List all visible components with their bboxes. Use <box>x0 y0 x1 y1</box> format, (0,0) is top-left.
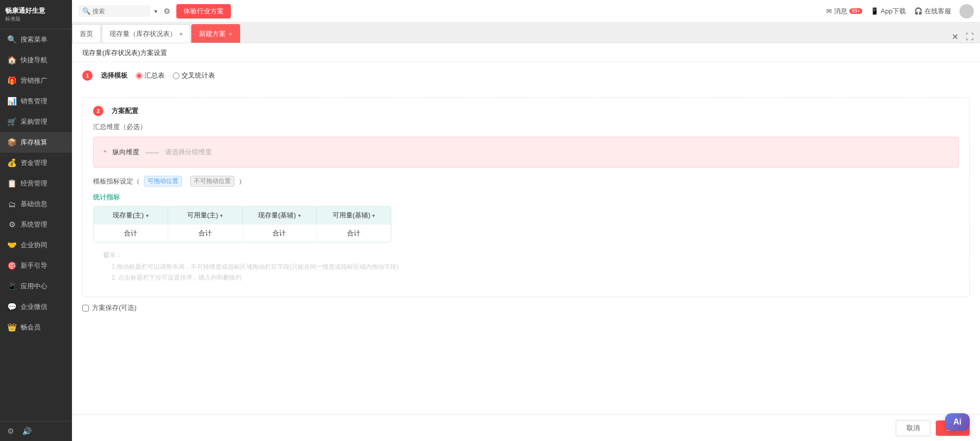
chevron-down-icon-2: ▾ <box>298 213 301 218</box>
hint-title: 提示： <box>103 251 949 260</box>
topbar-search-box[interactable]: 🔍 <box>78 5 150 17</box>
step2-header-row: 2 方案配置 <box>93 106 959 116</box>
tab-close-btn[interactable]: ✕ <box>950 31 960 43</box>
headset-icon: 🎧 <box>914 7 922 15</box>
vip-icon: 👑 <box>7 323 16 332</box>
sidebar-item-label: 企业微信 <box>21 302 47 311</box>
sidebar-item-sales[interactable]: 📊 销售管理 <box>0 91 72 112</box>
sidebar-item-guide[interactable]: 🎯 新手引导 <box>0 255 72 276</box>
app-name: 畅康通好生意 <box>5 6 67 15</box>
template-config-label-row: 模板指标设定（ 可拖动位置 不可拖动位置 ） <box>93 176 959 187</box>
sidebar-item-label: 资金管理 <box>21 158 47 168</box>
tab-new-scheme-close-btn[interactable]: × <box>229 31 232 37</box>
radio-cross-label: 交叉统计表 <box>182 71 215 80</box>
tab-new-scheme[interactable]: 新建方案 × <box>191 24 240 43</box>
stats-body-cell-3: 合计 <box>317 225 391 242</box>
sidebar-item-marketing[interactable]: 🎁 营销推广 <box>0 70 72 91</box>
sidebar-item-label: 搜索菜单 <box>21 35 47 44</box>
trial-btn[interactable]: 体验行业方案 <box>176 4 231 19</box>
sidebar-item-vip[interactable]: 👑 畅会员 <box>0 317 72 338</box>
radio-summary[interactable]: 汇总表 <box>136 71 165 80</box>
step2-section: 2 方案配置 汇总维度（必选） * 纵向维度 —— 请选择分组维度 模板指标设定… <box>82 97 970 297</box>
system-icon: ⚙ <box>7 220 16 229</box>
step2-badge: 2 <box>93 106 103 116</box>
sidebar-item-label: 系统管理 <box>21 220 47 229</box>
dimension-dash: —— <box>146 149 159 156</box>
stats-header-label-1: 可用量(主) <box>187 211 219 220</box>
dimension-row: * 纵向维度 —— 请选择分组维度 <box>104 148 948 157</box>
sidebar-item-inventory[interactable]: 📦 库存核算 <box>0 132 72 153</box>
sidebar-item-label: 销售管理 <box>21 97 47 106</box>
dimension-placeholder[interactable]: 请选择分组维度 <box>165 148 212 157</box>
phone-icon: 📱 <box>870 7 879 15</box>
search-input[interactable] <box>93 8 144 15</box>
search-dropdown-btn[interactable]: ▾ <box>154 8 157 15</box>
sidebar-item-system[interactable]: ⚙ 系统管理 <box>0 214 72 235</box>
save-checkbox-row: 方案保存(可选) <box>72 297 980 319</box>
hint-section: 提示： 1.拖动标题栏可以调整布局，不可跨维度或指标区域拖动栏目字段(只能在同一… <box>93 243 959 288</box>
radio-summary-input[interactable] <box>136 72 142 79</box>
app-download-btn[interactable]: 📱 App下载 <box>870 7 906 16</box>
save-scheme-checkbox[interactable] <box>82 305 89 311</box>
step1-badge: 1 <box>82 70 93 81</box>
enterprise-icon: 🤝 <box>7 241 16 250</box>
stats-header-cell-3[interactable]: 可用量(基辅) ▾ <box>317 207 391 224</box>
tab-home[interactable]: 首页 <box>72 24 101 43</box>
chevron-down-icon-1: ▾ <box>220 213 223 218</box>
message-icon: ✉ <box>826 7 832 15</box>
tab-inventory-status-label: 现存量（库存状况表） <box>110 29 176 39</box>
settings-gear-icon[interactable]: ⚙ <box>161 5 172 18</box>
tag-movable: 可拖动位置 <box>144 176 182 187</box>
search-menu-icon: 🔍 <box>7 35 16 44</box>
tab-expand-btn[interactable]: ⛶ <box>964 31 976 43</box>
settings-icon[interactable]: ⚙ <box>7 427 14 436</box>
stats-header-label-3: 可用量(基辅) <box>333 211 371 220</box>
template-radio-group: 汇总表 交叉统计表 <box>136 71 215 80</box>
stats-header-cell-1[interactable]: 可用量(主) ▾ <box>168 207 243 224</box>
sidebar-item-search-menu[interactable]: 🔍 搜索菜单 <box>0 29 72 50</box>
app-edition: 标准版 <box>5 15 67 23</box>
cancel-button[interactable]: 取消 <box>896 420 931 436</box>
sidebar-item-wechat[interactable]: 💬 企业微信 <box>0 297 72 317</box>
sidebar-item-label: 营销推广 <box>21 76 47 85</box>
stats-header-cell-0[interactable]: 现存量(主) ▾ <box>94 207 168 224</box>
sidebar-item-label: 应用中心 <box>21 282 47 291</box>
sidebar-item-basic-info[interactable]: 🗂 基础信息 <box>0 194 72 214</box>
stats-header-cell-2[interactable]: 现存量(基辅) ▾ <box>243 207 317 224</box>
sidebar-item-label: 库存核算 <box>21 138 47 147</box>
ai-float-btn[interactable]: Ai <box>945 413 970 431</box>
tab-inventory-status-close-btn[interactable]: × <box>179 31 183 37</box>
chevron-down-icon-3: ▾ <box>372 213 375 218</box>
hint-item-1: 2. 点击标题栏下拉可设置排序、插入列和删除列 <box>103 273 949 282</box>
user-avatar[interactable] <box>959 4 974 19</box>
online-service-btn[interactable]: 🎧 在线客服 <box>914 7 951 16</box>
sidebar-item-management[interactable]: 📋 经营管理 <box>0 173 72 194</box>
sidebar-item-enterprise[interactable]: 🤝 企业协同 <box>0 235 72 255</box>
wechat-icon: 💬 <box>7 302 16 311</box>
step1-row: 1 选择模板 汇总表 交叉统计表 <box>82 70 970 81</box>
step1-label: 选择模板 <box>101 71 128 80</box>
sidebar-item-purchase[interactable]: 🛒 采购管理 <box>0 112 72 132</box>
marketing-icon: 🎁 <box>7 76 16 85</box>
tab-home-label: 首页 <box>80 29 93 39</box>
step2-label: 方案配置 <box>112 106 138 116</box>
messages-btn[interactable]: ✉ 消息 99+ <box>826 7 862 16</box>
messages-badge: 99+ <box>849 8 862 14</box>
sidebar-item-label: 企业协同 <box>21 241 47 250</box>
app-center-icon: 📱 <box>7 282 16 291</box>
sidebar-item-label: 快捷导航 <box>21 56 47 65</box>
sidebar-item-quick-nav[interactable]: 🏠 快捷导航 <box>0 50 72 70</box>
stats-body-cell-0: 合计 <box>94 225 168 242</box>
radio-cross-input[interactable] <box>173 72 179 79</box>
tag-non-movable: 不可拖动位置 <box>190 176 234 187</box>
sidebar-nav: 🔍 搜索菜单 🏠 快捷导航 🎁 营销推广 📊 销售管理 🛒 采购管理 📦 库存核… <box>0 29 72 421</box>
sidebar-item-finance[interactable]: 💰 资金管理 <box>0 153 72 173</box>
sound-icon[interactable]: 🔊 <box>22 427 32 436</box>
stats-table-row: 合计 合计 合计 合计 <box>94 224 391 242</box>
tab-inventory-status[interactable]: 现存量（库存状况表） × <box>102 24 190 43</box>
sidebar-item-app-center[interactable]: 📱 应用中心 <box>0 276 72 297</box>
main-area: 🔍 ▾ ⚙ 体验行业方案 ✉ 消息 99+ 📱 App下载 🎧 在线客服 <box>72 0 980 441</box>
stats-table-header: 现存量(主) ▾ 可用量(主) ▾ 现存量(基辅) ▾ 可用量(基辅) ▾ <box>94 207 391 224</box>
sidebar-item-label: 畅会员 <box>21 323 41 332</box>
radio-cross[interactable]: 交叉统计表 <box>173 71 215 80</box>
